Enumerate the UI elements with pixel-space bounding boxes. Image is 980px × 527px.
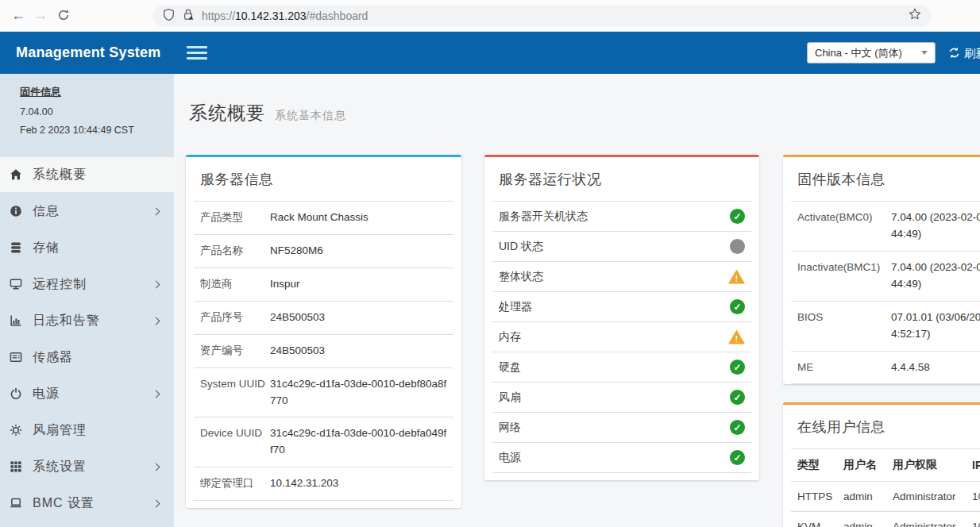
- chevron-down-icon: [921, 51, 928, 55]
- status-ok-icon: [730, 209, 745, 224]
- chevron-right-icon: [152, 390, 160, 398]
- sidebar-item-label: 日志和告警: [33, 313, 100, 329]
- storage-icon: [10, 241, 22, 254]
- url-text: https://10.142.31.203/#dashboard: [202, 10, 908, 22]
- info-row: 产品序号24B500503: [194, 301, 453, 334]
- power-icon: [10, 387, 22, 400]
- status-warning-icon: [728, 330, 745, 344]
- remote-control-icon: [10, 278, 22, 290]
- sidebar-firmware-info: 固件信息 7.04.00 Feb 2 2023 10:44:49 CST: [0, 74, 174, 157]
- chevron-right-icon: [152, 499, 160, 507]
- sidebar-item-label: 系统设置: [33, 459, 87, 475]
- firmware-row: ME4.4.4.58: [791, 351, 980, 384]
- status-ok-icon: [730, 450, 745, 465]
- refresh-icon: [948, 47, 960, 61]
- browser-forward-icon[interactable]: →: [33, 8, 48, 22]
- sidebar-item-logs-alerts[interactable]: 日志和告警: [0, 303, 174, 338]
- sidebar-item-power[interactable]: 电源: [0, 376, 174, 411]
- bookmark-star-icon[interactable]: [908, 7, 922, 25]
- firmware-info-title: 固件信息: [20, 85, 166, 99]
- sidebar-item-label: BMC 设置: [33, 495, 95, 512]
- url-host: 10.142.31.203: [235, 10, 307, 22]
- firmware-row: Activate(BMC0)7.04.00 (2023-02-02 10:44:…: [791, 201, 980, 251]
- health-row: 风扇: [492, 382, 751, 412]
- main-content: 系统概要 系统基本信息 服务器信息 产品类型Rack Mount Chassis…: [174, 74, 980, 527]
- chevron-right-icon: [152, 280, 160, 288]
- server-health-card-title: 服务器运行状况: [484, 157, 759, 201]
- server-info-card: 服务器信息 产品类型Rack Mount Chassis 产品名称NF5280M…: [186, 155, 461, 508]
- browser-back-icon[interactable]: ←: [11, 8, 25, 22]
- status-off-icon: [730, 239, 745, 254]
- sidebar-item-bmc-settings[interactable]: BMC 设置: [0, 486, 174, 521]
- health-row: 硬盘: [492, 352, 751, 382]
- health-row: 网络: [492, 412, 751, 442]
- online-users-card-title: 在线用户信息: [783, 405, 980, 448]
- sidebar-item-label: 远程控制: [33, 276, 87, 293]
- server-info-card-title: 服务器信息: [186, 157, 461, 201]
- health-row: 整体状态: [492, 261, 751, 291]
- chevron-right-icon: [152, 207, 160, 215]
- app-title: Management System: [16, 44, 160, 61]
- status-ok-icon: [730, 360, 745, 375]
- fan-icon: [10, 424, 22, 437]
- info-row: 制造商Inspur: [194, 267, 453, 301]
- system-settings-icon: [10, 460, 22, 473]
- health-row: UID 状态: [492, 231, 751, 261]
- sidebar: 固件信息 7.04.00 Feb 2 2023 10:44:49 CST 系统概…: [0, 74, 174, 527]
- sidebar-item-storage[interactable]: 存储: [0, 230, 174, 265]
- status-ok-icon: [730, 420, 745, 435]
- info-row: System UUID31c4c29c-d1fa-03de-0010-debf8…: [194, 367, 453, 417]
- sidebar-item-partial[interactable]: [0, 522, 174, 527]
- firmware-version: 7.04.00: [20, 106, 166, 117]
- browser-reload-icon[interactable]: [57, 9, 70, 25]
- chevron-right-icon: [152, 317, 160, 325]
- info-row: 产品类型Rack Mount Chassis: [194, 201, 453, 234]
- bmc-settings-icon: [10, 497, 22, 510]
- sidebar-item-label: 存储: [33, 240, 60, 256]
- sidebar-item-info[interactable]: 信息: [0, 194, 174, 229]
- online-users-card: 在线用户信息 类型 用户名 用户权限 IP HTTPS admin Admini…: [783, 402, 980, 527]
- sidebar-item-label: 电源: [33, 386, 60, 402]
- info-row: Device UUID31c4c29c-d1fa-03de-0010-debfa…: [194, 417, 453, 467]
- sensor-icon: [10, 351, 22, 364]
- sidebar-item-system-summary[interactable]: 系统概要: [0, 157, 174, 192]
- language-select-value: China - 中文 (简体): [815, 46, 902, 60]
- firmware-date: Feb 2 2023 10:44:49 CST: [20, 125, 166, 136]
- sidebar-item-label: 风扇管理: [33, 422, 87, 439]
- refresh-button-label: 刷新: [964, 46, 980, 61]
- home-icon: [10, 168, 22, 181]
- sidebar-item-sensors[interactable]: 传感器: [0, 340, 174, 375]
- browser-toolbar: ← → https://10.142.31.203/#dashboard: [0, 0, 980, 32]
- online-users-header-row: 类型 用户名 用户权限 IP: [791, 448, 980, 481]
- language-select[interactable]: China - 中文 (简体): [807, 42, 936, 63]
- status-ok-icon: [730, 299, 745, 314]
- health-row: 电源: [492, 442, 751, 472]
- health-row: 服务器开关机状态: [492, 201, 751, 231]
- sidebar-item-fan-management[interactable]: 风扇管理: [0, 413, 174, 448]
- sidebar-toggle-hamburger-icon[interactable]: [187, 43, 207, 63]
- sidebar-item-system-settings[interactable]: 系统设置: [0, 449, 174, 484]
- info-row: 资产编号24B500503: [194, 334, 453, 367]
- online-user-row: KVM admin Administrator 10.142.31.203: [791, 511, 980, 527]
- page-title: 系统概要: [189, 101, 265, 125]
- sidebar-item-label: 系统概要: [33, 167, 87, 183]
- health-row: 内存: [492, 321, 751, 352]
- server-health-card: 服务器运行状况 服务器开关机状态 UID 状态 整体状态 处理器 内存 硬盘 风…: [484, 155, 759, 480]
- page-header: 系统概要 系统基本信息: [189, 101, 980, 125]
- chevron-right-icon: [152, 463, 160, 471]
- firmware-row: Inactivate(BMC1)7.04.00 (2023-02-02 10:4…: [791, 251, 980, 301]
- address-bar[interactable]: https://10.142.31.203/#dashboard: [153, 5, 932, 27]
- firmware-version-card: 固件版本信息 Activate(BMC0)7.04.00 (2023-02-02…: [783, 155, 980, 384]
- health-row: 处理器: [492, 291, 751, 321]
- lock-warning-icon[interactable]: [183, 8, 194, 24]
- info-icon: [10, 205, 22, 217]
- firmware-row: BIOS07.01.01 (03/06/2023 14:52:17): [791, 301, 980, 351]
- page-subtitle: 系统基本信息: [275, 109, 346, 123]
- sidebar-item-remote-control[interactable]: 远程控制: [0, 267, 174, 302]
- status-warning-icon: [728, 270, 745, 284]
- logs-alerts-icon: [10, 314, 22, 327]
- refresh-button[interactable]: 刷新: [948, 46, 980, 61]
- site-info-shield-icon[interactable]: [163, 8, 175, 25]
- sidebar-item-label: 信息: [33, 203, 60, 220]
- info-row: 绑定管理口10.142.31.203: [194, 467, 453, 500]
